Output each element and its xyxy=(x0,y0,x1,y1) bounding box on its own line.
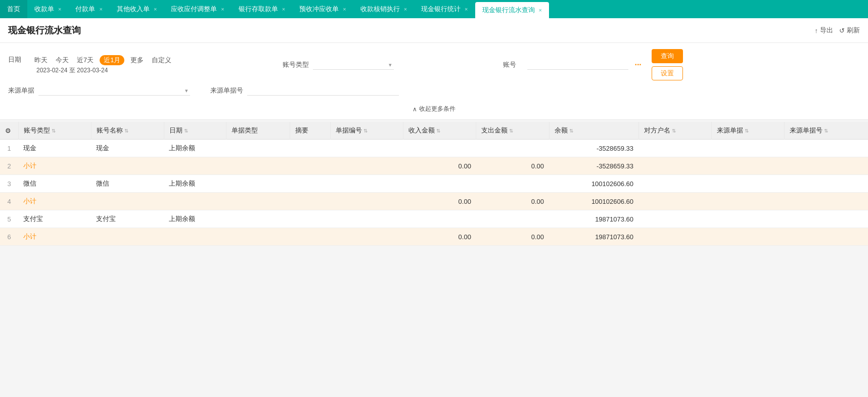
date-shortcut-7days[interactable]: 近7天 xyxy=(75,55,96,65)
table-body: 1现金现金上期余额-3528659.332小计0.000.00-3528659.… xyxy=(0,140,868,246)
balance-cell: -3528659.33 xyxy=(549,140,638,157)
row-number: 2 xyxy=(0,157,18,175)
balance-cell: 100102606.60 xyxy=(549,193,638,210)
filter-row-2: 来源单据 ▾ 来源单据号 xyxy=(8,85,860,98)
account-name-cell: 微信 xyxy=(91,175,164,193)
th-account-type[interactable]: 账号类型⇅ xyxy=(18,122,91,140)
account-no-label: 账号 xyxy=(503,60,523,69)
source-doc-select[interactable] xyxy=(38,85,190,96)
nav-home[interactable]: 首页 xyxy=(0,0,27,18)
balance-cell: 100102606.60 xyxy=(549,175,638,193)
sort-icon: ⇅ xyxy=(509,128,513,134)
nav-other-income[interactable]: 其他收入单 × xyxy=(110,0,164,18)
close-icon[interactable]: × xyxy=(58,0,61,18)
date-shortcut-more[interactable]: 更多 xyxy=(128,55,146,65)
row-number: 6 xyxy=(0,228,18,246)
sort-icon: ⇅ xyxy=(124,128,128,134)
date-cell xyxy=(164,228,226,246)
th-counterparty[interactable]: 对方户名⇅ xyxy=(638,122,711,140)
counterparty-cell xyxy=(638,157,711,175)
balance-cell: -3528659.33 xyxy=(549,157,638,175)
account-name-cell: 现金 xyxy=(91,140,164,157)
doc-type-cell xyxy=(226,140,290,157)
income-cell xyxy=(403,210,476,228)
sort-icon: ⇅ xyxy=(745,128,749,134)
row-number: 3 xyxy=(0,175,18,193)
account-type-select[interactable]: 现金 微信 支付宝 银行 xyxy=(313,60,394,70)
nav-bank-flow[interactable]: 现金银行流水查询 × xyxy=(475,2,549,18)
nav-adjustment[interactable]: 应收应付调整单 × xyxy=(164,0,231,18)
th-date[interactable]: 日期⇅ xyxy=(164,122,226,140)
th-income[interactable]: 收入金额⇅ xyxy=(403,122,476,140)
close-icon[interactable]: × xyxy=(221,0,224,18)
doc-type-cell xyxy=(226,193,290,210)
query-button[interactable]: 查询 xyxy=(652,49,683,63)
th-source-doc[interactable]: 来源单据⇅ xyxy=(711,122,784,140)
counterparty-cell xyxy=(638,210,711,228)
date-shortcut-today[interactable]: 今天 xyxy=(54,55,71,65)
date-cell: 上期余额 xyxy=(164,175,226,193)
th-account-name[interactable]: 账号名称⇅ xyxy=(91,122,164,140)
income-cell xyxy=(403,175,476,193)
account-type-label: 账号类型 xyxy=(283,60,309,69)
th-expense[interactable]: 支出金额⇅ xyxy=(476,122,549,140)
source-doc-no-cell xyxy=(784,157,868,175)
source-doc-no-cell xyxy=(784,175,868,193)
collapse-bar[interactable]: ∧ 收起更多条件 xyxy=(8,103,860,115)
doc-type-cell xyxy=(226,228,290,246)
sort-icon: ⇅ xyxy=(436,128,440,134)
nav-bank-stats[interactable]: 现金银行统计 × xyxy=(414,0,475,18)
close-icon[interactable]: × xyxy=(404,0,407,18)
th-doc-no[interactable]: 单据编号⇅ xyxy=(331,122,403,140)
refresh-button[interactable]: ↺ 刷新 xyxy=(839,26,860,35)
doc-no-cell xyxy=(331,193,403,210)
row-number: 1 xyxy=(0,140,18,157)
close-icon[interactable]: × xyxy=(539,2,542,18)
close-icon[interactable]: × xyxy=(282,0,285,18)
nav-receipt[interactable]: 收款单 × xyxy=(27,0,68,18)
th-gear[interactable]: ⚙ xyxy=(0,122,18,140)
date-shortcut-1month[interactable]: 近1月 xyxy=(100,55,124,65)
source-doc-cell xyxy=(711,193,784,210)
sort-icon: ⇅ xyxy=(672,128,676,134)
source-doc-cell xyxy=(711,228,784,246)
nav-bank-deposit[interactable]: 银行存取款单 × xyxy=(232,0,292,18)
date-shortcuts: 昨天 今天 近7天 近1月 更多 自定义 xyxy=(32,55,173,65)
ellipsis-button[interactable]: ··· xyxy=(632,60,643,69)
th-doc-type[interactable]: 单据类型 xyxy=(226,122,290,140)
th-source-doc-no[interactable]: 来源单据号⇅ xyxy=(784,122,868,140)
close-icon[interactable]: × xyxy=(154,0,157,18)
doc-type-cell xyxy=(226,210,290,228)
settings-button[interactable]: 设置 xyxy=(652,66,683,80)
account-type-cell: 微信 xyxy=(18,175,91,193)
table-row: 6小计0.000.0019871073.60 xyxy=(0,228,868,246)
page-title: 现金银行流水查询 xyxy=(8,24,81,36)
source-doc-cell xyxy=(711,157,784,175)
filter-row-1: 日期 昨天 今天 近7天 近1月 更多 自定义 2023-02-24 至 202… xyxy=(8,49,860,80)
export-button[interactable]: ↑ 导出 xyxy=(815,26,834,35)
date-shortcut-yesterday[interactable]: 昨天 xyxy=(32,55,50,65)
gear-icon: ⚙ xyxy=(5,127,11,135)
balance-cell: 19871073.60 xyxy=(549,228,638,246)
close-icon[interactable]: × xyxy=(465,0,468,18)
account-name-cell: 支付宝 xyxy=(91,210,164,228)
table-row: 2小计0.000.00-3528659.33 xyxy=(0,157,868,175)
account-name-cell xyxy=(91,193,164,210)
source-doc-filter: 来源单据 ▾ xyxy=(8,85,190,96)
account-type-cell: 小计 xyxy=(18,157,91,175)
close-icon[interactable]: × xyxy=(343,0,346,18)
th-balance[interactable]: 余额⇅ xyxy=(549,122,638,140)
th-summary[interactable]: 摘要 xyxy=(290,122,331,140)
source-doc-no-input[interactable] xyxy=(247,85,399,96)
account-no-input[interactable] xyxy=(527,60,628,70)
sort-icon: ⇅ xyxy=(824,128,828,134)
nav-verification[interactable]: 收款核销执行 × xyxy=(353,0,414,18)
nav-advance[interactable]: 预收冲应收单 × xyxy=(292,0,353,18)
nav-payment[interactable]: 付款单 × xyxy=(68,0,109,18)
doc-no-cell xyxy=(331,210,403,228)
export-icon: ↑ xyxy=(815,27,818,34)
right-buttons: 查询 设置 xyxy=(652,49,683,80)
close-icon[interactable]: × xyxy=(99,0,102,18)
date-shortcut-custom[interactable]: 自定义 xyxy=(150,55,173,65)
expense-cell xyxy=(476,140,549,157)
